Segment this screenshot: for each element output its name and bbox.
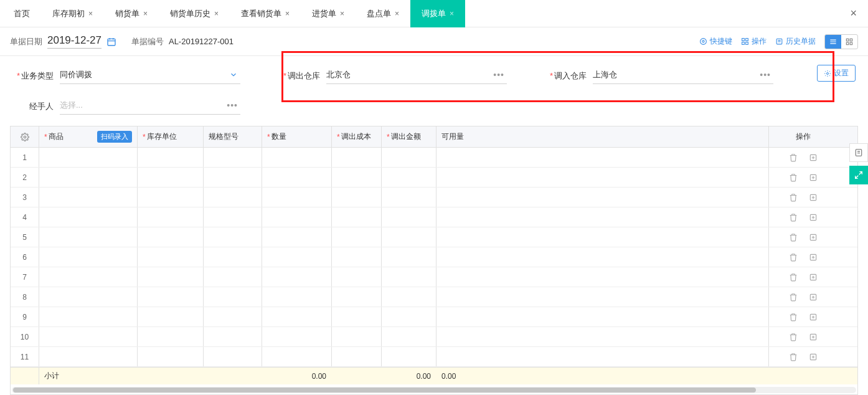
more-icon[interactable]: ••• <box>493 70 504 80</box>
cell-cost[interactable] <box>332 207 382 227</box>
delete-row-icon[interactable] <box>789 273 798 282</box>
close-icon[interactable]: × <box>450 9 454 18</box>
cell-avail[interactable] <box>436 188 769 207</box>
cell-cost[interactable] <box>332 287 382 307</box>
cell-unit[interactable] <box>138 188 204 207</box>
cell-amt[interactable] <box>382 227 436 247</box>
cell-qty[interactable] <box>262 347 332 366</box>
view-list-icon[interactable] <box>825 35 841 49</box>
table-row[interactable]: 11 <box>11 347 857 367</box>
add-row-icon[interactable] <box>809 353 818 361</box>
date-value[interactable]: 2019-12-27 <box>47 34 101 49</box>
add-row-icon[interactable] <box>809 253 818 262</box>
cell-product[interactable] <box>39 168 138 187</box>
table-row[interactable]: 3 <box>11 188 857 207</box>
cell-unit[interactable] <box>138 327 204 346</box>
cell-cost[interactable] <box>332 267 382 287</box>
cell-cost[interactable] <box>332 188 382 207</box>
cell-avail[interactable] <box>436 347 769 366</box>
dock-expand-icon[interactable] <box>849 166 868 184</box>
cell-amt[interactable] <box>382 327 436 346</box>
cell-qty[interactable] <box>262 148 332 167</box>
delete-row-icon[interactable] <box>789 193 798 202</box>
close-icon[interactable]: × <box>88 9 93 18</box>
cell-cost[interactable] <box>332 247 382 267</box>
cell-spec[interactable] <box>204 327 262 346</box>
cell-avail[interactable] <box>436 327 769 346</box>
delete-row-icon[interactable] <box>789 293 798 302</box>
cell-unit[interactable] <box>138 347 204 366</box>
cell-amt[interactable] <box>382 247 436 267</box>
tab-purchase[interactable]: 进货单× <box>301 0 356 27</box>
table-row[interactable]: 6 <box>11 247 857 267</box>
cell-cost[interactable] <box>332 307 382 326</box>
cell-spec[interactable] <box>204 307 262 326</box>
cell-amt[interactable] <box>382 287 436 307</box>
cell-spec[interactable] <box>204 267 262 287</box>
cell-unit[interactable] <box>138 227 204 247</box>
cell-spec[interactable] <box>204 148 262 167</box>
cell-qty[interactable] <box>262 307 332 326</box>
cell-avail[interactable] <box>436 168 769 187</box>
tab-stock-init[interactable]: 库存期初× <box>41 0 104 27</box>
close-icon[interactable]: × <box>395 9 399 18</box>
table-row[interactable]: 4 <box>11 207 857 227</box>
cell-qty[interactable] <box>262 188 332 207</box>
tab-sales-history[interactable]: 销货单历史× <box>159 0 230 27</box>
cell-spec[interactable] <box>204 287 262 307</box>
delete-row-icon[interactable] <box>789 353 798 361</box>
delete-row-icon[interactable] <box>789 153 798 162</box>
cell-qty[interactable] <box>262 227 332 247</box>
cell-qty[interactable] <box>262 247 332 267</box>
cell-amt[interactable] <box>382 148 436 167</box>
cell-product[interactable] <box>39 287 138 307</box>
table-row[interactable]: 8 <box>11 287 857 307</box>
cell-product[interactable] <box>39 327 138 346</box>
delete-row-icon[interactable] <box>789 333 798 341</box>
delete-row-icon[interactable] <box>789 233 798 242</box>
table-row[interactable]: 5 <box>11 227 857 247</box>
in-warehouse-select[interactable]: 上海仓 ••• <box>593 67 773 84</box>
cell-spec[interactable] <box>204 207 262 227</box>
add-row-icon[interactable] <box>809 193 818 202</box>
close-icon[interactable]: × <box>143 9 148 18</box>
cell-cost[interactable] <box>332 227 382 247</box>
cell-unit[interactable] <box>138 287 204 307</box>
add-row-icon[interactable] <box>809 273 818 282</box>
cell-qty[interactable] <box>262 168 332 187</box>
add-row-icon[interactable] <box>809 173 818 182</box>
close-icon[interactable]: × <box>214 9 219 18</box>
tab-sales[interactable]: 销货单× <box>104 0 159 27</box>
h-scrollbar[interactable] <box>12 387 856 393</box>
delete-row-icon[interactable] <box>789 213 798 222</box>
cell-avail[interactable] <box>436 287 769 307</box>
cell-product[interactable] <box>39 227 138 247</box>
handler-select[interactable]: 选择... ••• <box>60 98 240 115</box>
cell-avail[interactable] <box>436 267 769 287</box>
cell-spec[interactable] <box>204 188 262 207</box>
cell-qty[interactable] <box>262 207 332 227</box>
cell-unit[interactable] <box>138 247 204 267</box>
cell-avail[interactable] <box>436 247 769 267</box>
tab-transfer[interactable]: 调拨单× <box>410 0 465 27</box>
more-icon[interactable]: ••• <box>227 100 238 110</box>
cell-spec[interactable] <box>204 168 262 187</box>
delete-row-icon[interactable] <box>789 253 798 262</box>
cell-product[interactable] <box>39 247 138 267</box>
table-row[interactable]: 10 <box>11 327 857 347</box>
table-row[interactable]: 2 <box>11 168 857 188</box>
tab-home[interactable]: 首页 <box>2 0 41 27</box>
cell-amt[interactable] <box>382 307 436 326</box>
cell-amt[interactable] <box>382 168 436 187</box>
cell-unit[interactable] <box>138 267 204 287</box>
table-row[interactable]: 1 <box>11 148 857 168</box>
scan-badge[interactable]: 扫码录入 <box>97 131 132 143</box>
shortcut-link[interactable]: 快捷键 <box>699 36 732 47</box>
cell-avail[interactable] <box>436 227 769 247</box>
cell-product[interactable] <box>39 347 138 366</box>
cell-amt[interactable] <box>382 267 436 287</box>
add-row-icon[interactable] <box>809 293 818 302</box>
cell-cost[interactable] <box>332 347 382 366</box>
col-settings-icon[interactable] <box>11 126 39 147</box>
cell-unit[interactable] <box>138 307 204 326</box>
